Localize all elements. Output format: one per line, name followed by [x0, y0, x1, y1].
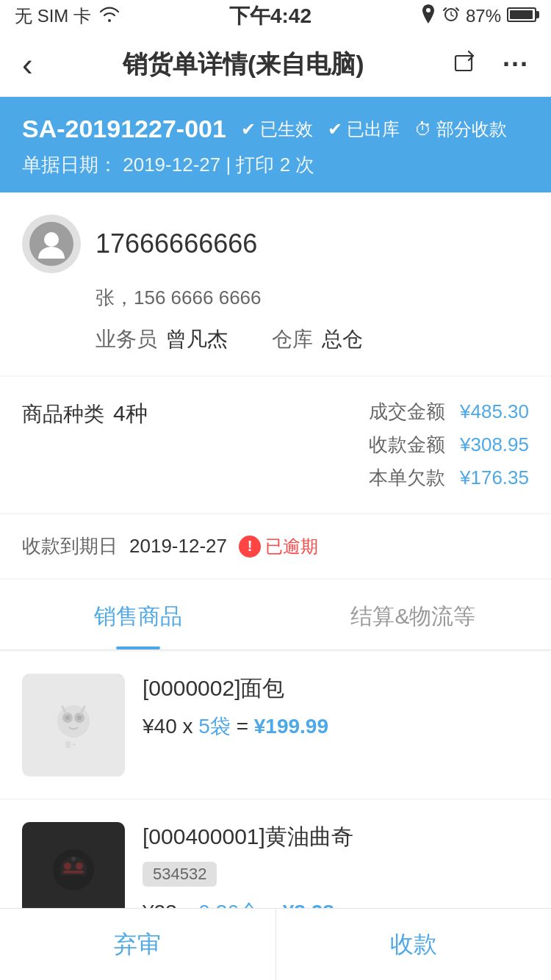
received-amount-label: 收款金额	[369, 432, 445, 458]
tabs-section: 销售商品 结算&物流等	[0, 580, 551, 650]
svg-point-12	[64, 862, 71, 870]
more-icon[interactable]: ···	[503, 49, 529, 80]
overdue-text: 已逾期	[265, 535, 318, 558]
collect-payment-button[interactable]: 收款	[276, 909, 552, 980]
deal-amount-label: 成交金额	[369, 399, 445, 425]
due-date-value: 2019-12-27	[129, 535, 227, 558]
svg-point-7	[77, 716, 82, 720]
deal-amount-value: ¥485.30	[460, 400, 529, 423]
price-eq-1: =	[237, 715, 254, 738]
status-bar: 无 SIM 卡 下午4:42 87%	[0, 0, 551, 32]
status-right: 87%	[420, 4, 536, 28]
status-effective: ✔ 已生效	[241, 118, 313, 141]
clock-icon: ⏱	[414, 119, 432, 140]
product-name-2: [000400001]黄油曲奇	[143, 822, 529, 852]
due-date-label: 收款到期日	[22, 533, 118, 559]
svg-point-2	[44, 232, 59, 247]
price-x-1: x	[183, 715, 199, 738]
status-shipped: ✔ 已出库	[328, 118, 400, 141]
print-info: | 打印 2 次	[226, 154, 314, 176]
tab-sales-products[interactable]: 销售商品	[0, 580, 276, 649]
stats-right: 成交金额 ¥485.30 收款金额 ¥308.95 本单欠款 ¥176.35	[369, 399, 529, 491]
date-label: 单据日期：	[22, 154, 118, 176]
nav-actions: ···	[454, 48, 529, 80]
bottom-bar: 弃审 收款	[0, 908, 551, 980]
product-tag-2: 534532	[143, 862, 217, 887]
due-date-section: 收款到期日 2019-12-27 ! 已逾期	[0, 514, 551, 578]
product-info-1: [0000002]面包 ¥40 x 5袋 = ¥199.99	[143, 674, 529, 741]
avatar-icon	[29, 222, 73, 266]
customer-row: 17666666666	[22, 215, 529, 273]
price-total-1: ¥199.99	[254, 715, 328, 738]
nav-bar: ‹ 销货单详情(来自电脑) ···	[0, 32, 551, 97]
product-price-1: ¥40 x 5袋 = ¥199.99	[143, 713, 529, 741]
salesperson-value: 曾凡杰	[166, 325, 228, 353]
stats-section: 商品种类 4种 成交金额 ¥485.30 收款金额 ¥308.95 本单欠款 ¥…	[0, 377, 551, 513]
header-banner: SA-20191227-001 ✔ 已生效 ✔ 已出库 ⏱ 部分收款 单据日期：…	[0, 97, 551, 192]
received-amount-value: ¥308.95	[460, 433, 529, 456]
svg-point-11	[57, 875, 90, 887]
cancel-review-button[interactable]: 弃审	[0, 909, 276, 980]
customer-name: 17666666666	[96, 228, 257, 259]
product-name-1: [0000002]面包	[143, 674, 529, 704]
customer-section: 17666666666 张，156 6666 6666 业务员 曾凡杰 仓库 总…	[0, 192, 551, 375]
back-button[interactable]: ‹	[22, 46, 33, 83]
warehouse-item: 仓库 总仓	[272, 325, 363, 353]
list-item: 量+ [0000002]面包 ¥40 x 5袋 = ¥199.99	[0, 652, 551, 799]
battery-icon	[507, 6, 536, 26]
avatar	[22, 215, 81, 273]
customer-meta: 业务员 曾凡杰 仓库 总仓	[22, 325, 529, 353]
debt-amount-label: 本单欠款	[369, 465, 445, 491]
tab-settlement-logistics[interactable]: 结算&物流等	[276, 580, 551, 649]
alarm-icon	[442, 5, 460, 27]
svg-rect-14	[63, 871, 84, 873]
price-qty-1: 5袋	[198, 715, 231, 738]
overdue-icon: !	[239, 536, 261, 558]
product-list: 量+ [0000002]面包 ¥40 x 5袋 = ¥199.99	[0, 652, 551, 948]
order-id: SA-20191227-001	[22, 115, 226, 143]
wifi-icon	[98, 6, 120, 26]
battery-label: 87%	[466, 6, 501, 26]
received-amount-row: 收款金额 ¥308.95	[369, 432, 529, 458]
status-time: 下午4:42	[229, 2, 311, 30]
banner-row1: SA-20191227-001 ✔ 已生效 ✔ 已出库 ⏱ 部分收款	[22, 115, 529, 143]
overdue-badge: ! 已逾期	[239, 535, 318, 558]
carrier-label: 无 SIM 卡	[15, 4, 91, 28]
salesperson-label: 业务员	[96, 325, 157, 353]
product-count: 4种	[113, 399, 148, 429]
svg-point-3	[57, 705, 90, 738]
banner-date-row: 单据日期： 2019-12-27 | 打印 2 次	[22, 152, 529, 178]
share-icon[interactable]	[454, 48, 480, 80]
order-date: 2019-12-27	[123, 154, 220, 176]
svg-point-6	[65, 716, 70, 720]
svg-rect-1	[455, 56, 472, 71]
debt-amount-value: ¥176.35	[460, 466, 529, 489]
location-icon	[420, 4, 436, 28]
status-partial-payment: ⏱ 部分收款	[414, 118, 507, 141]
customer-sub: 张，156 6666 6666	[22, 285, 529, 311]
product-thumbnail-1: 量+	[22, 674, 125, 777]
product-type-label: 商品种类	[22, 400, 104, 428]
debt-amount-row: 本单欠款 ¥176.35	[369, 465, 529, 491]
status-left: 无 SIM 卡	[15, 4, 120, 28]
page-title: 销货单详情(来自电脑)	[123, 48, 364, 82]
warehouse-value: 总仓	[322, 325, 363, 353]
stats-left: 商品种类 4种	[22, 399, 148, 429]
svg-point-15	[71, 857, 76, 861]
warehouse-label: 仓库	[272, 325, 313, 353]
check-icon-2: ✔	[328, 119, 342, 140]
deal-amount-row: 成交金额 ¥485.30	[369, 399, 529, 425]
svg-text:量+: 量+	[65, 741, 76, 749]
salesperson-item: 业务员 曾凡杰	[96, 325, 228, 353]
svg-point-13	[76, 862, 83, 870]
price-base-1: ¥40	[143, 715, 177, 738]
check-icon-1: ✔	[241, 119, 256, 140]
